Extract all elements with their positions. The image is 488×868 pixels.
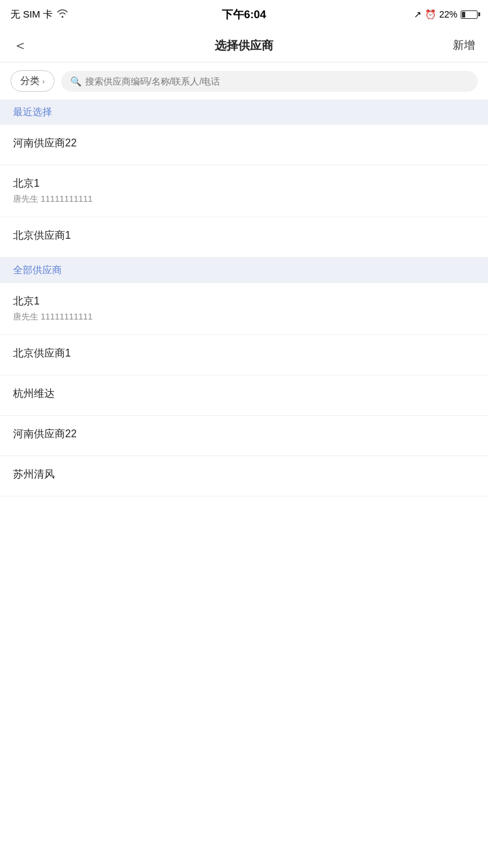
nav-bar: ＜ 选择供应商 新增 [0,29,488,62]
chevron-right-icon: › [42,77,45,85]
item-name: 杭州维达 [13,387,475,401]
sim-status: 无 SIM 卡 [10,8,53,21]
battery-icon [461,10,478,19]
list-item[interactable]: 杭州维达 [0,375,488,416]
search-input[interactable] [85,76,468,87]
all-list: 北京1唐先生 11111111111北京供应商1杭州维达河南供应商22苏州清风 [0,283,488,496]
all-section-header: 全部供应商 [0,258,488,283]
category-label: 分类 [20,75,40,87]
battery-percent: 22% [439,9,457,20]
status-right: ↗ ⏰ 22% [414,9,478,20]
list-item[interactable]: 北京1唐先生 11111111111 [0,283,488,335]
search-icon: 🔍 [70,76,81,87]
page-title: 选择供应商 [215,38,273,53]
item-name: 北京1 [13,295,475,308]
recent-list: 河南供应商22北京1唐先生 11111111111北京供应商1 [0,125,488,258]
search-box[interactable]: 🔍 [61,71,478,92]
status-time: 下午6:04 [222,7,266,22]
alarm-icon: ⏰ [425,9,436,20]
status-left: 无 SIM 卡 [10,8,68,21]
list-item[interactable]: 河南供应商22 [0,125,488,165]
category-filter[interactable]: 分类 › [10,70,55,92]
item-name: 河南供应商22 [13,137,475,150]
list-item[interactable]: 苏州清风 [0,456,488,496]
filter-bar: 分类 › 🔍 [0,62,488,100]
item-name: 北京供应商1 [13,229,475,243]
recent-section-header: 最近选择 [0,100,488,125]
wifi-icon [57,9,68,20]
location-icon: ↗ [414,9,422,20]
list-item[interactable]: 河南供应商22 [0,416,488,456]
list-item[interactable]: 北京供应商1 [0,217,488,258]
new-button[interactable]: 新增 [453,38,475,53]
item-detail: 唐先生 11111111111 [13,193,475,205]
status-bar: 无 SIM 卡 下午6:04 ↗ ⏰ 22% [0,0,488,29]
list-item[interactable]: 北京供应商1 [0,335,488,375]
list-item[interactable]: 北京1唐先生 11111111111 [0,165,488,217]
item-name: 河南供应商22 [13,427,475,441]
item-detail: 唐先生 11111111111 [13,311,475,323]
item-name: 北京1 [13,177,475,191]
item-name: 北京供应商1 [13,347,475,360]
back-button[interactable]: ＜ [13,36,39,55]
item-name: 苏州清风 [13,468,475,481]
